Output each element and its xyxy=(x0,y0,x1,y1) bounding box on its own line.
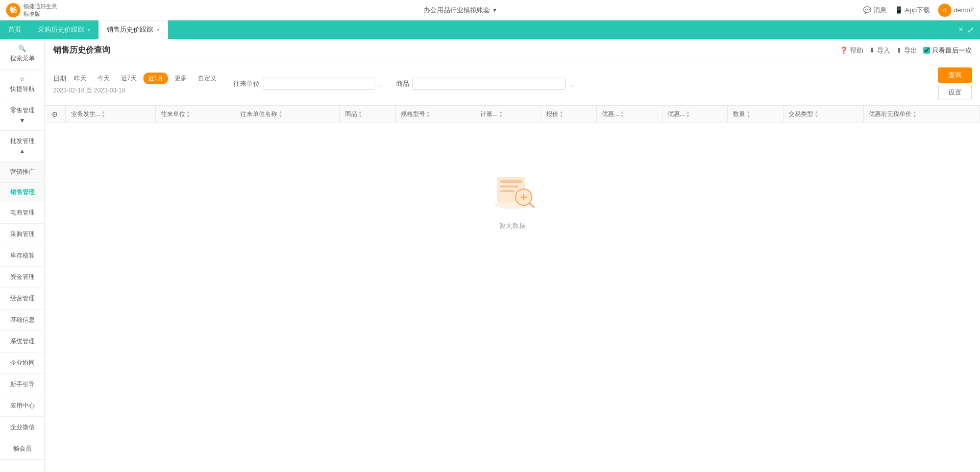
table-col-spec[interactable]: 规格型号 ▲▼ xyxy=(395,106,475,123)
sort-arrows-icon: ▲▼ xyxy=(186,110,190,119)
gear-icon[interactable]: ⚙ xyxy=(52,110,58,119)
table-col-discount1[interactable]: 优惠... ▲▼ xyxy=(596,106,662,123)
sort-arrows-icon: ▲▼ xyxy=(814,110,818,119)
table-col-pretax-price[interactable]: 优惠前无税单价 ▲▼ xyxy=(863,106,979,123)
date-btn-yesterday[interactable]: 昨天 xyxy=(69,73,91,84)
data-table: ⚙ 业务发生... ▲▼ 往来单位 ▲▼ xyxy=(45,106,980,123)
tab-sales-history[interactable]: 销售历史价跟踪 × xyxy=(99,20,167,39)
date-btn-7days[interactable]: 近7天 xyxy=(116,73,141,84)
main-layout: 🔍 搜索菜单 ☆ 快捷导航 零售管理 ▼ 批发管理 ▲ 营销推广 销售管理 电商… xyxy=(0,39,980,472)
table-col-price[interactable]: 报价 ▲▼ xyxy=(541,106,596,123)
sidebar-item-retail[interactable]: 零售管理 ▼ xyxy=(0,100,44,131)
phone-icon: 📱 xyxy=(895,6,903,14)
filter-bar: 日期 昨天 今天 近7天 近1月 更多 自定义 2023-02-18 至 202… xyxy=(45,62,980,106)
table-col-unit-name[interactable]: 往来单位名称 ▲▼ xyxy=(235,106,339,123)
table-col-quantity[interactable]: 数量 ▲▼ xyxy=(728,106,783,123)
logo-icon: 畅 xyxy=(6,3,20,17)
table-col-unit-measure[interactable]: 计量... ▲▼ xyxy=(475,106,541,123)
unit-filter-input[interactable] xyxy=(263,78,375,90)
sidebar-item-quick-nav[interactable]: ☆ 快捷导航 xyxy=(0,69,44,100)
empty-icon xyxy=(487,164,538,215)
sidebar-item-search[interactable]: 🔍 搜索菜单 xyxy=(0,39,44,69)
logo-area: 畅 畅捷通好生意 标准版 xyxy=(6,3,57,17)
sidebar-item-wholesale[interactable]: 批发管理 ▲ xyxy=(0,131,44,161)
sidebar-item-membership[interactable]: 畅会员 xyxy=(0,438,44,460)
table-col-goods[interactable]: 商品 ▲▼ xyxy=(339,106,395,123)
sidebar-item-system[interactable]: 系统管理 xyxy=(0,331,44,352)
svg-rect-2 xyxy=(500,180,522,183)
date-btn-more[interactable]: 更多 xyxy=(170,73,191,84)
logo-text: 畅捷通好生意 标准版 xyxy=(23,3,57,17)
dropdown-arrow-icon[interactable]: ▾ xyxy=(493,6,497,14)
sidebar: 🔍 搜索菜单 ☆ 快捷导航 零售管理 ▼ 批发管理 ▲ 营销推广 销售管理 电商… xyxy=(0,39,45,472)
top-bar-right: 💬 消息 📱 App下载 d demo2 xyxy=(863,4,974,17)
chevron-up-icon: ▲ xyxy=(19,148,26,155)
unit-filter-group: 往来单位 ... xyxy=(233,78,384,90)
star-icon: ☆ xyxy=(19,76,25,83)
table-col-discount2[interactable]: 优惠... ▲▼ xyxy=(662,106,728,123)
query-button[interactable]: 查询 xyxy=(938,67,972,83)
table-col-trade-type[interactable]: 交易类型 ▲▼ xyxy=(783,106,864,123)
export-button[interactable]: ⬆ 导出 xyxy=(896,46,917,55)
content-area: 销售历史价查询 ❓ 帮助 ⬇ 导入 ⬆ 导出 只看最后一次 xyxy=(45,39,980,472)
date-options: 昨天 今天 近7天 近1月 更多 自定义 xyxy=(69,73,221,84)
sidebar-item-sales-management[interactable]: 销售管理 xyxy=(0,183,44,202)
maximize-tab-btn[interactable]: ⤢ xyxy=(967,25,974,35)
sidebar-item-inventory[interactable]: 库存核算 xyxy=(0,245,44,267)
table-col-gear: ⚙ xyxy=(45,106,65,123)
table-col-unit[interactable]: 往来单位 ▲▼ xyxy=(155,106,235,123)
sidebar-item-app-center[interactable]: 应用中心 xyxy=(0,395,44,417)
empty-state: 暂无数据 xyxy=(45,123,980,271)
tab-home[interactable]: 首页 xyxy=(0,20,30,39)
chevron-down-icon: ▼ xyxy=(19,117,26,124)
sidebar-item-purchase[interactable]: 采购管理 xyxy=(0,224,44,245)
sidebar-item-operations[interactable]: 经营管理 xyxy=(0,288,44,310)
date-filter-label: 日期 xyxy=(53,74,66,83)
unit-filter-dots: ... xyxy=(378,80,384,88)
import-button[interactable]: ⬇ 导入 xyxy=(869,46,890,55)
message-icon: 💬 xyxy=(863,6,871,14)
tab-controls: × ⤢ xyxy=(959,25,980,35)
date-btn-today[interactable]: 今天 xyxy=(93,73,114,84)
sidebar-item-basic-info[interactable]: 基础信息 xyxy=(0,310,44,331)
table-header-row: ⚙ 业务发生... ▲▼ 往来单位 ▲▼ xyxy=(45,106,980,123)
top-bar: 畅 畅捷通好生意 标准版 办公用品行业模拟账套 ▾ 💬 消息 📱 App下载 d… xyxy=(0,0,980,20)
tab-purchase-history[interactable]: 采购历史价跟踪 × xyxy=(30,20,99,39)
goods-filter-dots: ... xyxy=(569,80,574,88)
sidebar-item-ecommerce[interactable]: 电商管理 xyxy=(0,202,44,224)
app-download-button[interactable]: 📱 App下载 xyxy=(895,6,930,15)
page-title: 销售历史价查询 xyxy=(53,45,110,56)
svg-rect-3 xyxy=(500,185,518,187)
sidebar-item-enterprise-wechat[interactable]: 企业微信 xyxy=(0,417,44,438)
sidebar-item-finance[interactable]: 资金管理 xyxy=(0,267,44,288)
sidebar-item-marketing[interactable]: 营销推广 xyxy=(0,161,44,183)
goods-filter-label: 商品 xyxy=(396,79,409,88)
close-tab-btn[interactable]: × xyxy=(959,25,963,34)
tab-sales-close-icon[interactable]: × xyxy=(156,27,159,33)
tab-bar: 首页 采购历史价跟踪 × 销售历史价跟踪 × × ⤢ xyxy=(0,20,980,39)
user-menu[interactable]: d demo2 xyxy=(938,4,974,17)
unit-filter-label: 往来单位 xyxy=(233,79,260,88)
sort-arrows-icon: ▲▼ xyxy=(102,110,106,119)
sort-arrows-icon: ▲▼ xyxy=(913,110,917,119)
sort-arrows-icon: ▲▼ xyxy=(499,110,503,119)
table-col-business-date[interactable]: 业务发生... ▲▼ xyxy=(65,106,155,123)
goods-filter-input[interactable] xyxy=(412,78,566,90)
only-last-checkbox-group: 只看最后一次 xyxy=(923,46,972,55)
settings-button[interactable]: 设置 xyxy=(938,85,972,100)
date-filter-group: 日期 昨天 今天 近7天 近1月 更多 自定义 2023-02-18 至 202… xyxy=(53,73,221,95)
message-button[interactable]: 💬 消息 xyxy=(863,6,887,15)
page-header-actions: ❓ 帮助 ⬇ 导入 ⬆ 导出 只看最后一次 xyxy=(840,46,972,55)
export-icon: ⬆ xyxy=(896,46,902,54)
help-icon: ❓ xyxy=(840,46,848,54)
sort-arrows-icon: ▲▼ xyxy=(620,110,624,119)
sort-arrows-icon: ▲▼ xyxy=(278,110,282,119)
sort-arrows-icon: ▲▼ xyxy=(559,110,564,119)
date-btn-custom[interactable]: 自定义 xyxy=(193,73,221,84)
sidebar-item-enterprise-collab[interactable]: 企业协同 xyxy=(0,352,44,374)
only-last-checkbox[interactable] xyxy=(923,47,930,54)
date-btn-1month[interactable]: 近1月 xyxy=(143,73,168,84)
help-button[interactable]: ❓ 帮助 xyxy=(840,46,863,55)
sidebar-item-beginner-guide[interactable]: 新手引导 xyxy=(0,374,44,395)
tab-purchase-close-icon[interactable]: × xyxy=(87,27,90,33)
